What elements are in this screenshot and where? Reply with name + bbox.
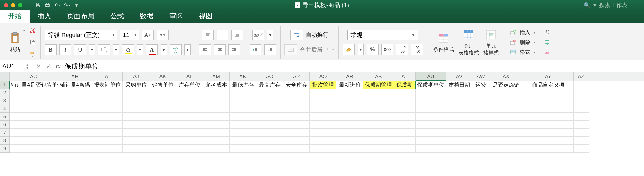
- cell[interactable]: [523, 97, 574, 105]
- cell[interactable]: [176, 105, 203, 113]
- name-box-stepper[interactable]: ▲▼: [26, 63, 29, 69]
- cell[interactable]: [10, 105, 58, 113]
- cell[interactable]: 最新进价: [336, 81, 363, 89]
- cell[interactable]: [489, 89, 523, 97]
- underline-button[interactable]: U: [74, 44, 86, 55]
- chevron-down-icon[interactable]: ▾: [68, 4, 70, 7]
- cell[interactable]: [416, 113, 446, 121]
- cell[interactable]: [394, 137, 416, 145]
- chevron-down-icon[interactable]: ▼: [132, 33, 139, 37]
- cell[interactable]: 库存单位: [176, 81, 203, 89]
- formula-input[interactable]: [63, 62, 644, 70]
- cell[interactable]: [58, 97, 92, 105]
- cell[interactable]: [336, 145, 363, 153]
- cell[interactable]: [394, 145, 416, 153]
- column-header[interactable]: AN: [230, 72, 256, 81]
- column-header[interactable]: AX: [489, 72, 523, 81]
- chevron-down-icon[interactable]: ▼: [137, 44, 143, 55]
- cell[interactable]: [230, 97, 256, 105]
- format-painter-icon[interactable]: [29, 51, 36, 58]
- cell[interactable]: [256, 145, 283, 153]
- column-header[interactable]: AY: [523, 72, 574, 81]
- cell[interactable]: [416, 121, 446, 129]
- enter-formula-icon[interactable]: ✓: [46, 63, 51, 70]
- cell[interactable]: [283, 105, 310, 113]
- cell[interactable]: [230, 129, 256, 137]
- cell[interactable]: [310, 121, 336, 129]
- row-header[interactable]: 4: [0, 105, 10, 113]
- cell[interactable]: [149, 89, 176, 97]
- cell[interactable]: [446, 89, 472, 97]
- cell[interactable]: [123, 89, 149, 97]
- sheet-search-input[interactable]: [599, 2, 639, 9]
- tab-审阅[interactable]: 审阅: [161, 9, 191, 23]
- font-name-select[interactable]: ▼: [45, 30, 117, 40]
- cell[interactable]: [230, 121, 256, 129]
- cell[interactable]: [523, 113, 574, 121]
- tab-插入[interactable]: 插入: [30, 9, 59, 23]
- number-format-input[interactable]: [348, 30, 410, 40]
- zoom-window-button[interactable]: [18, 3, 22, 7]
- save-icon[interactable]: [35, 2, 41, 8]
- merge-center-button[interactable]: [284, 44, 297, 55]
- cell[interactable]: [283, 89, 310, 97]
- cell[interactable]: [574, 97, 589, 105]
- cell[interactable]: [416, 129, 446, 137]
- cell[interactable]: [416, 89, 446, 97]
- cell[interactable]: [123, 129, 149, 137]
- cell[interactable]: [336, 137, 363, 145]
- cell[interactable]: [472, 129, 489, 137]
- cell[interactable]: [336, 129, 363, 137]
- cell[interactable]: [230, 89, 256, 97]
- cell[interactable]: [310, 97, 336, 105]
- cell[interactable]: [256, 97, 283, 105]
- italic-button[interactable]: I: [59, 44, 71, 55]
- minimize-window-button[interactable]: [11, 3, 15, 7]
- chevron-down-icon[interactable]: ▼: [113, 44, 119, 55]
- chevron-down-icon[interactable]: ▾: [59, 4, 61, 7]
- cell[interactable]: [176, 129, 203, 137]
- cell[interactable]: [283, 121, 310, 129]
- cell[interactable]: [472, 105, 489, 113]
- cell[interactable]: [10, 129, 58, 137]
- number-format-select[interactable]: ▼: [347, 30, 418, 40]
- sheet-search[interactable]: 🔍 ▾: [578, 2, 644, 9]
- cell[interactable]: [363, 137, 394, 145]
- cell[interactable]: [176, 137, 203, 145]
- cell[interactable]: [92, 105, 123, 113]
- column-header[interactable]: AI: [92, 72, 123, 81]
- name-box-input[interactable]: [2, 63, 22, 70]
- cell[interactable]: [230, 145, 256, 153]
- cell[interactable]: [523, 121, 574, 129]
- chevron-down-icon[interactable]: ▾: [23, 29, 25, 33]
- align-center-button[interactable]: [214, 44, 226, 55]
- cell[interactable]: [472, 113, 489, 121]
- cell[interactable]: [489, 105, 523, 113]
- cell[interactable]: [176, 97, 203, 105]
- select-all-corner[interactable]: [0, 72, 10, 81]
- cell[interactable]: [363, 105, 394, 113]
- cell[interactable]: [574, 145, 589, 153]
- cancel-formula-icon[interactable]: ✕: [36, 63, 41, 70]
- cell[interactable]: [123, 97, 149, 105]
- cell[interactable]: [176, 121, 203, 129]
- cell[interactable]: 批次管理: [310, 81, 336, 89]
- cell[interactable]: [58, 137, 92, 145]
- tab-视图[interactable]: 视图: [191, 9, 221, 23]
- cut-icon[interactable]: [29, 27, 36, 34]
- phonetic-button[interactable]: abcA: [170, 44, 182, 55]
- cell[interactable]: [123, 113, 149, 121]
- cell[interactable]: [523, 89, 574, 97]
- cell[interactable]: 报表辅单位: [92, 81, 123, 89]
- cell[interactable]: [123, 121, 149, 129]
- cell[interactable]: [203, 97, 230, 105]
- conditional-formatting-button[interactable]: 条件格式: [431, 31, 456, 54]
- cell[interactable]: 是否走冻链: [489, 81, 523, 89]
- cell[interactable]: [472, 145, 489, 153]
- cell[interactable]: [574, 89, 589, 97]
- cell[interactable]: 销售单位: [149, 81, 176, 89]
- increase-decimal-button[interactable]: ←.0.00: [396, 44, 408, 55]
- copy-icon[interactable]: [29, 39, 36, 46]
- cell[interactable]: [256, 129, 283, 137]
- cell[interactable]: [446, 137, 472, 145]
